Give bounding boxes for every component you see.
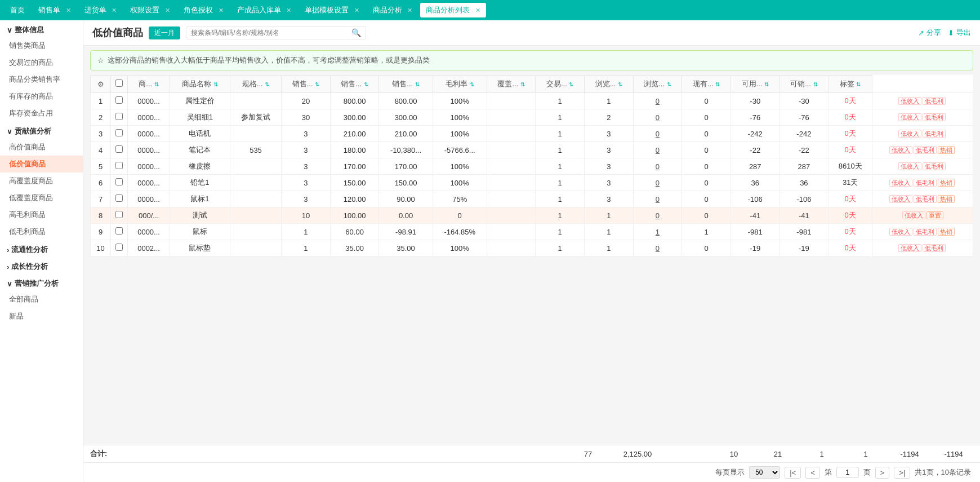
view-link[interactable]: 0 [656,195,660,204]
row-checkbox[interactable] [115,145,123,153]
last-page-btn[interactable]: >| [894,467,910,479]
cell-view1[interactable]: 0 [633,109,682,126]
sidebar-item-high-coverage[interactable]: 高覆盖度商品 [0,173,83,189]
col-sales1[interactable]: 销售... ⇅ [330,76,379,93]
search-input[interactable] [191,29,351,37]
row-checkbox[interactable] [115,162,123,169]
close-purchase-icon[interactable]: ✕ [112,7,117,14]
sidebar-section-growth[interactable]: › 成长性分析 [0,257,83,274]
nav-analysis-list[interactable]: 商品分析列表 ✕ [420,3,486,17]
sidebar-item-stock-fund[interactable]: 库存资金占用 [0,105,83,122]
cell-checkbox[interactable] [111,158,128,175]
view-link[interactable]: 0 [656,146,660,154]
row-checkbox[interactable] [115,194,123,202]
col-coverage[interactable]: 覆盖... ⇅ [487,76,536,93]
cell-view1[interactable]: 0 [633,191,682,207]
close-inventory-icon[interactable]: ✕ [286,7,291,14]
sidebar-section-marketing[interactable]: ∨ 营销推广分析 [0,274,83,291]
sidebar-item-low-value[interactable]: 低价值商品 [0,156,83,173]
close-analysis-icon[interactable]: ✕ [407,7,412,14]
cell-view1[interactable]: 0 [633,175,682,191]
sidebar-item-traded[interactable]: 交易过的商品 [0,54,83,71]
cell-view1[interactable]: 0 [633,142,682,158]
sidebar-item-high-value[interactable]: 高价值商品 [0,139,83,156]
row-checkbox[interactable] [115,227,123,235]
sidebar-item-category-rate[interactable]: 商品分类销售率 [0,71,83,88]
row-checkbox[interactable] [115,96,123,104]
cell-view1[interactable]: 1 [633,224,682,240]
col-view1[interactable]: 浏览... ⇅ [585,76,634,93]
cell-checkbox[interactable] [111,240,128,257]
col-sellable[interactable]: 可销... ⇅ [779,76,828,93]
nav-template[interactable]: 单据模板设置 ✕ [299,3,365,17]
view-link[interactable]: 0 [656,244,660,253]
nav-purchase[interactable]: 进货单 ✕ [79,3,123,17]
cell-checkbox[interactable] [111,191,128,207]
view-link[interactable]: 1 [656,228,660,236]
view-link[interactable]: 0 [656,211,660,220]
prev-page-btn[interactable]: < [805,467,820,479]
col-name[interactable]: 商品名称 ⇅ [170,76,230,93]
cell-checkbox[interactable] [111,109,128,126]
view-link[interactable]: 0 [656,162,660,171]
row-checkbox[interactable] [115,244,123,251]
col-settings[interactable]: ⚙ [91,76,111,93]
nav-analysis[interactable]: 商品分析 ✕ [367,3,418,17]
cell-view1[interactable]: 0 [633,158,682,175]
row-checkbox[interactable] [115,113,123,120]
filter-recent-btn[interactable]: 近一月 [149,26,180,39]
col-qty[interactable]: 销售... ⇅ [282,76,331,93]
col-trade[interactable]: 交易... ⇅ [536,76,585,93]
sidebar-section-contribution[interactable]: ∨ 贡献值分析 [0,122,83,139]
page-input[interactable] [836,467,859,478]
view-link[interactable]: 0 [656,113,660,122]
view-link[interactable]: 0 [656,97,660,105]
select-all-checkbox[interactable] [115,79,123,87]
col-sales2[interactable]: 销售... ⇅ [379,76,433,93]
first-page-btn[interactable]: |< [785,467,801,479]
page-size-select[interactable]: 50 100 200 [749,466,780,479]
nav-sales[interactable]: 销售单 ✕ [33,3,77,17]
nav-role[interactable]: 角色授权 ✕ [178,3,229,17]
next-page-btn[interactable]: > [875,467,890,479]
col-spec[interactable]: 规格... ⇅ [230,76,281,93]
nav-inventory[interactable]: 产成品入库单 ✕ [231,3,297,17]
sidebar-item-high-profit[interactable]: 高毛利商品 [0,206,83,223]
cell-view1[interactable]: 0 [633,126,682,142]
col-view2[interactable]: 浏览... ⇅ [633,76,682,93]
cell-checkbox[interactable] [111,93,128,109]
row-checkbox[interactable] [115,129,123,136]
sidebar-item-all-products[interactable]: 全部商品 [0,291,83,308]
close-template-icon[interactable]: ✕ [354,7,359,14]
col-gross[interactable]: 毛利率 ⇅ [433,76,487,93]
col-select-all[interactable] [111,76,128,93]
view-link[interactable]: 0 [656,130,660,138]
nav-home[interactable]: 首页 [5,3,30,17]
cell-checkbox[interactable] [111,224,128,240]
cell-view1[interactable]: 0 [633,240,682,257]
close-sales-icon[interactable]: ✕ [66,7,71,14]
cell-checkbox[interactable] [111,207,128,224]
cell-view1[interactable]: 0 [633,207,682,224]
sidebar-item-low-profit[interactable]: 低毛利商品 [0,223,83,240]
sidebar-item-in-stock[interactable]: 有库存的商品 [0,88,83,105]
cell-checkbox[interactable] [111,142,128,158]
sidebar-section-overall[interactable]: ∨ 整体信息 [0,20,83,37]
cell-checkbox[interactable] [111,126,128,142]
cell-view1[interactable]: 0 [633,93,682,109]
close-permission-icon[interactable]: ✕ [165,7,170,14]
col-stock[interactable]: 现有... ⇅ [682,76,731,93]
cell-checkbox[interactable] [111,175,128,191]
sidebar-item-sales-products[interactable]: 销售类商品 [0,37,83,54]
col-code[interactable]: 商... ⇅ [128,76,170,93]
col-tags[interactable]: 标签 ⇅ [828,76,872,93]
sidebar-item-low-coverage[interactable]: 低覆盖度商品 [0,189,83,206]
close-analysis-list-icon[interactable]: ✕ [475,7,480,14]
row-checkbox[interactable] [115,178,123,185]
sidebar-section-circulation[interactable]: › 流通性分析 [0,240,83,257]
nav-permission[interactable]: 权限设置 ✕ [124,3,176,17]
share-btn[interactable]: ↗ 分享 [918,28,941,38]
close-role-icon[interactable]: ✕ [219,7,224,14]
sidebar-item-new-products[interactable]: 新品 [0,308,83,325]
row-checkbox[interactable] [115,211,123,218]
